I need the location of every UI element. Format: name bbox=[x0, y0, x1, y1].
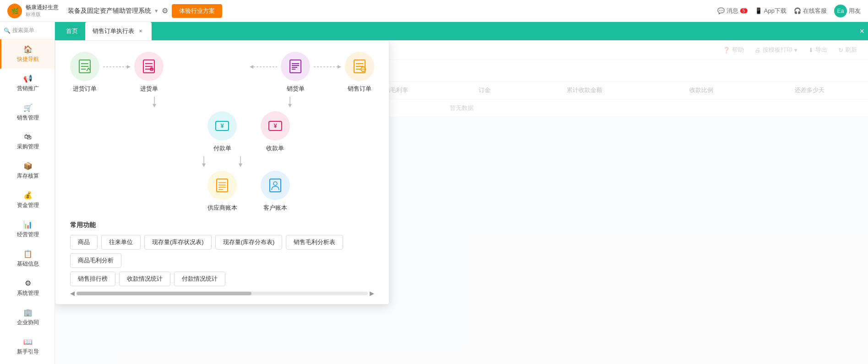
payment-icon: ¥ bbox=[214, 118, 230, 134]
customer-account-icon bbox=[267, 177, 284, 194]
quick-btn-goods[interactable]: 商品 bbox=[70, 235, 98, 250]
sidebar: 🔍 搜索菜单 🏠 快捷导航 📢 营销推广 🛒 销售管理 🛍 采购管理 📦 库存核… bbox=[0, 22, 55, 364]
dropdown-icon[interactable]: ▾ bbox=[155, 7, 158, 14]
svg-point-45 bbox=[273, 182, 277, 185]
finance-icon: 💰 bbox=[23, 191, 33, 200]
svg-marker-5 bbox=[127, 65, 131, 69]
avatar: Ea bbox=[834, 5, 847, 17]
settings-btn[interactable]: ⚙ bbox=[162, 6, 168, 15]
system-icon: ⚙ bbox=[25, 279, 31, 288]
supplier-account-circle bbox=[207, 171, 237, 200]
message-badge: 5 bbox=[740, 8, 748, 13]
svg-marker-30 bbox=[288, 104, 292, 108]
system-title: 装备及固定资产辅助管理系统 bbox=[68, 7, 151, 15]
svg-marker-20 bbox=[338, 65, 341, 69]
content-area: 首页 销售订单执行表 × × ❓ 帮助 🖨 按模板打印 bbox=[55, 22, 868, 364]
customer-account-circle bbox=[261, 171, 290, 200]
quick-btn-stock-dist[interactable]: 现存量(库存分布表) bbox=[215, 235, 283, 250]
sales-bill-circle bbox=[281, 52, 310, 81]
quick-btn-goods-profit[interactable]: 商品毛利分析 bbox=[70, 253, 121, 268]
quick-btn-receipt-stats[interactable]: 收款情况统计 bbox=[119, 272, 170, 286]
scrollbar-row: ◀ ▶ bbox=[70, 290, 374, 297]
sidebar-item-inventory[interactable]: 📦 库存核算 bbox=[0, 156, 55, 185]
receipt-circle: ¥ bbox=[261, 111, 290, 141]
quick-btn-counterparty[interactable]: 往来单位 bbox=[101, 235, 141, 250]
sales-icon: 🛒 bbox=[23, 103, 33, 112]
top-header: 🌿 畅康通好生意 标准版 装备及固定资产辅助管理系统 ▾ ⚙ 体验行业方案 💬 … bbox=[0, 0, 868, 22]
svg-marker-38 bbox=[239, 163, 242, 167]
arrow-2 bbox=[250, 64, 277, 81]
logo-area: 🌿 畅康通好生意 标准版 bbox=[7, 4, 62, 18]
flow-node-purchase-order[interactable]: 进货订单 bbox=[70, 52, 99, 93]
message-icon: 💬 bbox=[717, 7, 725, 14]
tab-sales-order-exec[interactable]: 销售订单执行表 × bbox=[85, 22, 152, 40]
purchase-order-circle bbox=[70, 52, 99, 81]
flow-node-receipt[interactable]: ¥ 收款单 bbox=[249, 111, 302, 152]
sidebar-item-guide[interactable]: 📖 新手引导 bbox=[0, 332, 55, 361]
user-area[interactable]: Ea 用友 bbox=[834, 5, 861, 17]
tab-bar: 首页 销售订单执行表 × × bbox=[55, 22, 868, 40]
sidebar-item-quick-nav[interactable]: 🏠 快捷导航 bbox=[0, 39, 55, 69]
sidebar-item-basic-info[interactable]: 📋 基础信息 bbox=[0, 244, 55, 273]
flow-node-payment[interactable]: ¥ 付款单 bbox=[196, 111, 249, 152]
logo-icon: 🌿 bbox=[7, 4, 22, 18]
search-icon: 🔍 bbox=[4, 27, 11, 34]
section-title: 常用功能 bbox=[70, 221, 374, 229]
svg-marker-28 bbox=[153, 104, 156, 108]
main-content: ❓ 帮助 🖨 按模板打印 ▾ ⬇ 导出 ↻ 刷新 bbox=[55, 40, 868, 364]
svg-marker-12 bbox=[250, 65, 253, 69]
purchase-order-icon bbox=[76, 58, 93, 75]
flow-node-supplier-account[interactable]: 供应商账本 bbox=[196, 171, 249, 212]
scroll-track[interactable] bbox=[76, 292, 368, 295]
tab-bar-close-icon[interactable]: × bbox=[859, 27, 864, 36]
flow-node-sales-order[interactable]: 销售订单 bbox=[345, 52, 374, 93]
sidebar-item-sales[interactable]: 🛒 销售管理 bbox=[0, 98, 55, 127]
flow-row-2: ¥ 付款单 ¥ 收款单 bbox=[70, 111, 374, 152]
enterprise-icon: 🏢 bbox=[23, 308, 33, 317]
sidebar-item-marketing[interactable]: 📢 营销推广 bbox=[0, 69, 55, 98]
flow-row-1: 进货订单 bbox=[70, 52, 374, 93]
quick-guide-modal: 进货订单 bbox=[55, 40, 389, 304]
svg-rect-14 bbox=[290, 60, 301, 73]
receipt-icon: ¥ bbox=[267, 118, 284, 134]
sidebar-item-enterprise[interactable]: 🏢 企业协同 bbox=[0, 303, 55, 332]
quick-btn-sales-profit[interactable]: 销售毛利分析表 bbox=[286, 235, 343, 250]
tab-close-icon[interactable]: × bbox=[137, 27, 144, 35]
sales-order-icon bbox=[351, 58, 368, 75]
main-layout: 🔍 搜索菜单 🏠 快捷导航 📢 营销推广 🛒 销售管理 🛍 采购管理 📦 库存核… bbox=[0, 22, 868, 364]
headset-icon: 🎧 bbox=[794, 7, 801, 14]
arrow-1 bbox=[103, 64, 131, 81]
online-service-btn[interactable]: 🎧 在线客服 bbox=[794, 7, 827, 15]
message-btn[interactable]: 💬 消息 5 bbox=[717, 7, 748, 15]
scroll-right-btn[interactable]: ▶ bbox=[370, 290, 374, 297]
flow-node-customer-account[interactable]: 客户账本 bbox=[249, 171, 302, 212]
sidebar-search[interactable]: 🔍 搜索菜单 bbox=[0, 22, 55, 39]
arrow-down-3 bbox=[189, 156, 218, 167]
app-download-btn[interactable]: 📱 App下载 bbox=[755, 7, 786, 15]
svg-text:¥: ¥ bbox=[220, 122, 224, 129]
quick-btn-stock-status[interactable]: 现存量(库存状况表) bbox=[144, 235, 212, 250]
flow-node-sales-bill[interactable]: 销货单 bbox=[281, 52, 310, 93]
try-btn[interactable]: 体验行业方案 bbox=[172, 4, 222, 18]
tab-home[interactable]: 首页 bbox=[59, 22, 85, 40]
sidebar-item-system[interactable]: ⚙ 系统管理 bbox=[0, 273, 55, 303]
basic-info-icon: 📋 bbox=[23, 250, 33, 258]
quick-btn-payment-stats[interactable]: 付款情况统计 bbox=[174, 272, 225, 286]
marketing-icon: 📢 bbox=[23, 74, 33, 83]
sidebar-item-purchase[interactable]: 🛍 采购管理 bbox=[0, 127, 55, 156]
purchase-bill-icon: ✓ bbox=[141, 58, 157, 75]
sidebar-item-finance[interactable]: 💰 资金管理 bbox=[0, 185, 55, 215]
payment-circle: ¥ bbox=[207, 111, 237, 141]
flow-row-3: 供应商账本 客户账本 bbox=[70, 171, 374, 212]
svg-marker-36 bbox=[202, 163, 206, 167]
quick-btns-row-2: 销售排行榜 收款情况统计 付款情况统计 bbox=[70, 272, 374, 286]
scroll-thumb bbox=[76, 292, 251, 295]
sidebar-item-operations[interactable]: 📊 经营管理 bbox=[0, 215, 55, 244]
quick-btn-sales-rank[interactable]: 销售排行榜 bbox=[70, 272, 115, 286]
arrow-down-4 bbox=[226, 156, 255, 167]
svg-rect-39 bbox=[217, 179, 228, 192]
scroll-left-btn[interactable]: ◀ bbox=[70, 290, 75, 297]
system-title-area: 装备及固定资产辅助管理系统 ▾ ⚙ 体验行业方案 bbox=[68, 4, 712, 18]
supplier-account-icon bbox=[214, 177, 230, 194]
flow-node-purchase-bill[interactable]: ✓ 进货单 bbox=[134, 52, 164, 93]
